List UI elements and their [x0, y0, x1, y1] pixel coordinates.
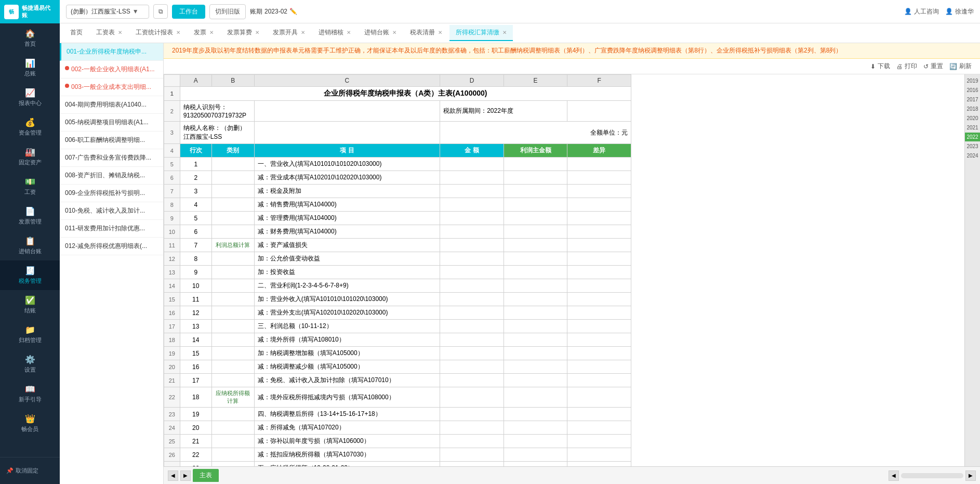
tab-tax-forms-close[interactable]: ✕ [438, 30, 442, 35]
tab-invoice-issue[interactable]: 发票开具 ✕ [267, 25, 311, 41]
row-num-3: 3 [164, 122, 180, 144]
sidebar-item-tax[interactable]: 🧾 税务管理 [0, 260, 60, 290]
form-item-006[interactable]: 006-职工薪酬纳税调整明细... [60, 132, 163, 149]
tab-purchase-ledger[interactable]: 进销台账 ✕ [358, 25, 403, 41]
fixed-assets-icon: 🏭 [25, 147, 35, 157]
company-selector[interactable]: (勿删）江西服宝-LSS ▼ [66, 5, 149, 19]
row-num-2: 2 [164, 101, 180, 122]
tab-income-tax[interactable]: 所得税汇算清缴 ✕ [449, 25, 513, 41]
form-item-010[interactable]: 010-免税、减计收入及加计... [60, 202, 163, 220]
sidebar-item-member[interactable]: 👑 畅会员 [0, 409, 60, 438]
tab-invoice-issue-close[interactable]: ✕ [301, 30, 305, 35]
tab-purchase-check[interactable]: 进销稽核 ✕ [312, 25, 357, 41]
sidebar-item-invoice[interactable]: 📄 发票管理 [0, 201, 60, 231]
form-item-004[interactable]: 004-期间费用明细表(A1040... [60, 96, 163, 114]
spreadsheet-wrapper[interactable]: A B C D E F 1 企业所 [164, 74, 964, 466]
sidebar-item-archive[interactable]: 📁 归档管理 [0, 320, 60, 349]
tab-payroll-report-close[interactable]: ✕ [176, 30, 180, 35]
sidebar-item-reports[interactable]: 📈 报表中心 [0, 83, 60, 112]
year-btn-2021[interactable]: 2021 [965, 123, 980, 132]
form-item-003[interactable]: 003-一般企业成本支出明细... [60, 79, 163, 96]
period-label: 账期 [250, 7, 262, 16]
col-label-category: 类别 [211, 144, 254, 158]
sheet-tabs-bar: ◀ ▶ 主表 ◀ ▶ [164, 466, 980, 484]
sidebar-item-label: 归档管理 [19, 336, 42, 344]
table-row: 27 23 五、应纳税所得额（19-20-21-22） [164, 462, 631, 467]
col-label-amount: 金 额 [440, 144, 504, 158]
dropdown-arrow-icon: ▼ [133, 8, 139, 15]
sidebar-item-fixed-assets[interactable]: 🏭 固定资产 [0, 142, 60, 172]
table-row: 21 17 减：免税、减计收入及加计扣除（填写A107010） [164, 374, 631, 387]
form-item-012[interactable]: 012-减免所得税优惠明细表(... [60, 238, 163, 255]
sheet-nav-prev[interactable]: ◀ [168, 470, 178, 481]
tab-invoice-close[interactable]: ✕ [209, 30, 214, 35]
sidebar-item-guide[interactable]: 📖 新手引导 [0, 379, 60, 409]
form-item-002[interactable]: 002-一般企业收入明细表(A1... [60, 61, 163, 79]
col-header-D: D [440, 75, 504, 87]
refresh-button[interactable]: 🔄 刷新 [949, 62, 972, 71]
refresh-icon: 🔄 [949, 63, 957, 70]
horizontal-scrollbar[interactable] [901, 473, 963, 478]
period-edit-icon[interactable]: ✏️ [289, 8, 297, 15]
sidebar-item-funds[interactable]: 💰 资金管理 [0, 112, 60, 142]
form-005-label: 005-纳税调整项目明细表(A1... [65, 118, 149, 127]
col-label-linenum: 行次 [180, 144, 211, 158]
table-toolbar: ⬇ 下载 🖨 打印 ↺ 重置 🔄 刷新 [164, 59, 980, 74]
year-btn-2019[interactable]: 2019 [965, 76, 980, 85]
form-item-001[interactable]: 001-企业所得税年度纳税申... [60, 43, 163, 61]
tab-purchase-ledger-close[interactable]: ✕ [392, 30, 396, 35]
tab-payroll-report[interactable]: 工资统计报表 ✕ [129, 25, 187, 41]
sidebar-item-closing[interactable]: ✅ 结账 [0, 290, 60, 320]
form-010-label: 010-免税、减计收入及加计... [65, 206, 145, 215]
form-item-008[interactable]: 008-资产折旧、摊销及纳税... [60, 167, 163, 185]
form-item-007[interactable]: 007-广告费和业务宣传费跌降... [60, 149, 163, 167]
tab-tax-forms[interactable]: 税表清册 ✕ [404, 25, 448, 41]
copy-icon-btn[interactable]: ⧉ [153, 4, 168, 19]
year-btn-2020[interactable]: 2020 [965, 114, 980, 123]
tab-invoice-calc-close[interactable]: ✕ [255, 30, 259, 35]
tab-purchase-check-close[interactable]: ✕ [347, 30, 351, 35]
form-item-011[interactable]: 011-研发费用加计扣除优惠... [60, 220, 163, 238]
sidebar-item-purchase[interactable]: 📋 进销台账 [0, 231, 60, 260]
sidebar-item-payroll[interactable]: 💵 工资 [0, 172, 60, 201]
sheet-nav-next[interactable]: ▶ [180, 470, 191, 481]
year-btn-2024[interactable]: 2024 [965, 151, 980, 160]
sheet-tab-main[interactable]: 主表 [193, 469, 219, 482]
tab-invoice[interactable]: 发票 ✕ [188, 25, 220, 41]
reset-button[interactable]: ↺ 重置 [923, 62, 943, 71]
download-label: 下载 [878, 62, 890, 71]
download-button[interactable]: ⬇ 下载 [870, 62, 890, 71]
user-profile-btn[interactable]: 👤 徐逢华 [945, 7, 974, 16]
table-row: 14 10 二、营业利润(1-2-3-4-5-6-7-8+9) [164, 279, 631, 293]
tab-home[interactable]: 首页 [64, 25, 89, 41]
tab-invoice-label: 发票 [194, 28, 206, 37]
sidebar-item-ledger[interactable]: 📊 总账 [0, 53, 60, 83]
tab-invoice-calc-label: 发票算费 [227, 28, 252, 37]
workbench-button[interactable]: 工作台 [172, 5, 205, 19]
scroll-right-btn[interactable]: ▶ [965, 470, 976, 481]
scroll-left-btn[interactable]: ◀ [889, 470, 899, 481]
form-item-005[interactable]: 005-纳税调整项目明细表(A1... [60, 114, 163, 132]
print-button[interactable]: 🖨 打印 [896, 62, 917, 71]
pin-sidebar-button[interactable]: 📌 取消固定 [0, 463, 60, 479]
year-btn-2022[interactable]: 2022 [965, 133, 980, 141]
year-btn-2016[interactable]: 2016 [965, 86, 980, 95]
company-label-cell: 纳税人名称：（勿删）江西服宝-LSS [180, 122, 254, 144]
customer-service-btn[interactable]: 👤 人工咨询 [904, 7, 939, 16]
table-taxid-row: 2 纳税人识别号：91320500703719732P 税款所属期间：2022年… [164, 101, 631, 122]
year-btn-2018[interactable]: 2018 [965, 104, 980, 113]
tab-invoice-calc[interactable]: 发票算费 ✕ [221, 25, 266, 41]
form-item-009[interactable]: 009-企业所得税抵补亏损明... [60, 185, 163, 202]
switch-old-button[interactable]: 切到旧版 [209, 4, 246, 19]
tab-payroll-close[interactable]: ✕ [118, 30, 122, 35]
sidebar-item-label: 结账 [24, 307, 36, 315]
year-btn-2017[interactable]: 2017 [965, 95, 980, 104]
form-008-label: 008-资产折旧、摊销及纳税... [65, 171, 145, 180]
sidebar-item-home[interactable]: 🏠 首页 [0, 23, 60, 53]
sidebar-item-settings[interactable]: ⚙️ 设置 [0, 349, 60, 379]
year-navigator: 2019 2016 2017 2018 2020 2021 2022 2023 … [964, 74, 980, 466]
sidebar-item-label: 资金管理 [19, 129, 42, 137]
tab-payroll[interactable]: 工资表 ✕ [90, 25, 128, 41]
tab-income-tax-close[interactable]: ✕ [502, 30, 507, 35]
year-btn-2023[interactable]: 2023 [965, 142, 980, 151]
